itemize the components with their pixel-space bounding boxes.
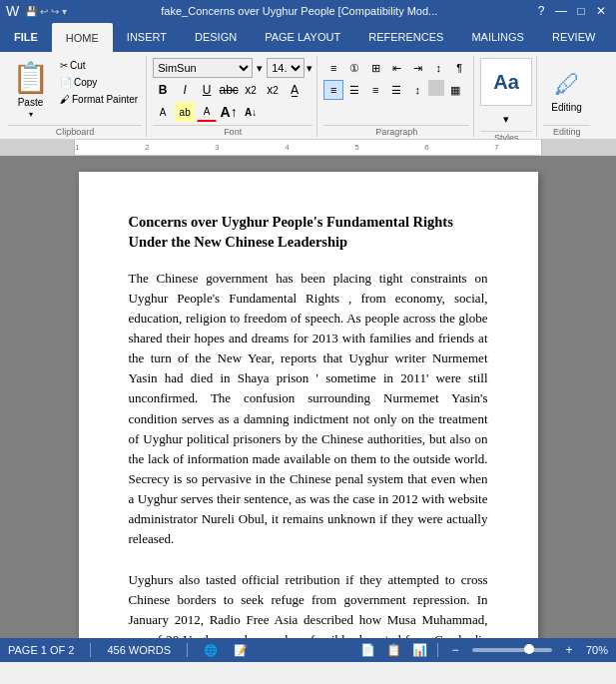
numbering-button[interactable]: ① — [344, 58, 364, 78]
document-page: Concerns over Uyghur People's Fundamenta… — [79, 172, 538, 638]
font-color-button[interactable]: A — [197, 102, 217, 122]
autosave-icon: 💾 ↩ ↪ ▾ — [25, 6, 66, 17]
paragraph-label: Paragraph — [323, 125, 469, 137]
shading-button[interactable] — [428, 80, 444, 96]
align-right-button[interactable]: ≡ — [365, 80, 385, 100]
editing-group: 🖊 Editing Editing — [539, 56, 594, 137]
justify-button[interactable]: ☰ — [386, 80, 406, 100]
zoom-out-button[interactable]: − — [446, 641, 464, 659]
tab-references[interactable]: REFERENCES — [354, 22, 457, 52]
font-shrink-button[interactable]: A↓ — [241, 102, 261, 122]
font-color-row: A ab A A↑ A↓ — [153, 102, 261, 122]
track-changes-icon: 📝 — [234, 644, 248, 657]
ruler: 1 2 3 4 5 6 7 — [0, 140, 616, 156]
show-formatting-button[interactable]: ¶ — [449, 58, 469, 78]
zoom-level: 70% — [586, 644, 608, 656]
ruler-track: 1 2 3 4 5 6 7 — [75, 140, 541, 155]
maximize-button[interactable]: □ — [572, 2, 590, 20]
paste-label: Paste — [18, 97, 44, 108]
superscript-button[interactable]: x2 — [263, 80, 283, 100]
document-body: The Chinese government has been placing … — [129, 269, 488, 638]
font-grow-button[interactable]: A↑ — [219, 102, 239, 122]
close-button[interactable]: ✕ — [592, 2, 610, 20]
font-group: SimSun ▾ 14.5 ▾ B I U abc x2 x2 A̲ A ab — [149, 56, 317, 137]
status-bar: PAGE 1 OF 2 456 WORDS 🌐 📝 📄 📋 📊 − + 70% — [0, 638, 616, 662]
tab-mailings[interactable]: MAILINGS — [457, 22, 538, 52]
paste-icon: 📋 — [12, 60, 49, 95]
font-size-inc-icon: ▾ — [307, 62, 312, 75]
bullets-button[interactable]: ≡ — [323, 58, 343, 78]
word-icon: W — [6, 3, 19, 19]
help-button[interactable]: ? — [532, 2, 550, 20]
status-separator-3 — [437, 643, 438, 657]
font-label: Font — [153, 125, 312, 137]
title-bar-left: W 💾 ↩ ↪ ▾ — [6, 3, 67, 19]
ruler-left-margin — [0, 140, 75, 155]
tab-file[interactable]: FILE — [0, 22, 52, 52]
font-size-separator: ▾ — [255, 62, 265, 75]
status-left: PAGE 1 OF 2 456 WORDS 🌐 📝 — [8, 643, 248, 657]
window-title: fake_Concerns over Uyghur People [Compat… — [67, 5, 532, 17]
copy-button[interactable]: 📄 Copy — [56, 75, 142, 90]
ribbon-content: 📋 Paste ▾ ✂ Cut 📄 Copy 🖌 Format Painter … — [0, 52, 616, 140]
line-spacing-button[interactable]: ↕ — [407, 80, 427, 100]
format-painter-button[interactable]: 🖌 Format Painter — [56, 92, 142, 107]
align-center-button[interactable]: ☰ — [344, 80, 364, 100]
page-count: PAGE 1 OF 2 — [8, 644, 74, 656]
styles-preview-text: Aa — [493, 71, 519, 94]
document-area[interactable]: Concerns over Uyghur People's Fundamenta… — [0, 156, 616, 638]
subscript-button[interactable]: x2 — [241, 80, 261, 100]
tab-review[interactable]: REVIEW — [538, 22, 609, 52]
styles-preview: Aa — [480, 58, 532, 106]
bold-button[interactable]: B — [153, 80, 173, 100]
sort-button[interactable]: ↕ — [428, 58, 448, 78]
strikethrough-button[interactable]: abc — [219, 80, 239, 100]
status-separator-1 — [90, 643, 91, 657]
align-left-button[interactable]: ≡ — [323, 80, 343, 100]
align-buttons-row: ≡ ☰ ≡ ☰ ↕ ▦ — [323, 80, 465, 100]
paragraph-group: ≡ ① ⊞ ⇤ ⇥ ↕ ¶ ≡ ☰ ≡ ☰ ↕ ▦ Paragraph — [319, 56, 474, 137]
borders-button[interactable]: ▦ — [445, 80, 465, 100]
styles-dropdown-button[interactable]: ▾ — [496, 109, 516, 129]
decrease-indent-button[interactable]: ⇤ — [386, 58, 406, 78]
italic-button[interactable]: I — [175, 80, 195, 100]
copy-label: Copy — [74, 77, 97, 88]
multilevel-button[interactable]: ⊞ — [365, 58, 385, 78]
word-count: 456 WORDS — [107, 644, 171, 656]
paste-dropdown-icon: ▾ — [29, 110, 33, 119]
underline-button[interactable]: U — [197, 80, 217, 100]
font-selector-row: SimSun ▾ 14.5 ▾ — [153, 58, 312, 78]
clear-format-button[interactable]: A̲ — [285, 80, 305, 100]
paste-button[interactable]: 📋 Paste ▾ — [8, 58, 53, 121]
paragraph-1: The Chinese government has been placing … — [129, 269, 488, 550]
view-print-button[interactable]: 📄 — [359, 641, 377, 659]
font-size-select[interactable]: 14.5 — [267, 58, 305, 78]
highlight-color-button[interactable]: ab — [175, 102, 195, 122]
cut-button[interactable]: ✂ Cut — [56, 58, 142, 73]
clipboard-label: Clipboard — [8, 125, 142, 137]
tab-design[interactable]: DESIGN — [181, 22, 251, 52]
clipboard-actions: ✂ Cut 📄 Copy 🖌 Format Painter — [56, 58, 142, 107]
font-format-row: B I U abc x2 x2 A̲ — [153, 80, 305, 100]
zoom-slider[interactable] — [472, 648, 552, 652]
zoom-in-button[interactable]: + — [560, 641, 578, 659]
language-icon: 🌐 — [204, 644, 218, 657]
editing-label: Editing — [551, 102, 582, 113]
tab-page-layout[interactable]: PAGE LAYOUT — [251, 22, 354, 52]
ruler-right-margin — [541, 140, 616, 155]
cut-label: Cut — [70, 60, 86, 71]
view-outline-button[interactable]: 📊 — [411, 641, 429, 659]
ribbon-tab-bar: FILE HOME INSERT DESIGN PAGE LAYOUT REFE… — [0, 22, 616, 52]
increase-indent-button[interactable]: ⇥ — [407, 58, 427, 78]
view-web-button[interactable]: 📋 — [385, 641, 403, 659]
status-right: 📄 📋 📊 − + 70% — [359, 641, 608, 659]
minimize-button[interactable]: — — [552, 2, 570, 20]
tab-home[interactable]: HOME — [52, 23, 113, 53]
text-effects-button[interactable]: A — [153, 102, 173, 122]
tab-insert[interactable]: INSERT — [113, 22, 181, 52]
font-family-select[interactable]: SimSun — [153, 58, 253, 78]
zoom-thumb[interactable] — [524, 644, 534, 654]
format-painter-label: Format Painter — [72, 94, 138, 105]
styles-group: Aa ▾ Styles — [476, 56, 537, 137]
title-bar: W 💾 ↩ ↪ ▾ fake_Concerns over Uyghur Peop… — [0, 0, 616, 22]
